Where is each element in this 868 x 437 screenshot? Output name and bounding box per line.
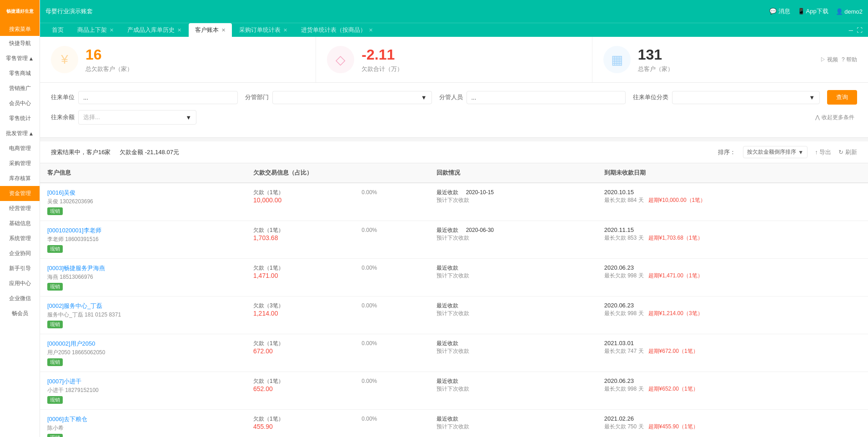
customer-tag: 现销 bbox=[47, 321, 63, 328]
total-customers-label: 总客户（家） bbox=[638, 65, 673, 73]
dept-select[interactable]: ▼ bbox=[272, 91, 432, 104]
help-btn[interactable]: ? 帮助 bbox=[842, 56, 857, 64]
tab-product-status[interactable]: 商品上下架✕ bbox=[71, 23, 120, 37]
overdue-info: 最长欠款 998 天 超期¥1,214.00（3笔） bbox=[604, 310, 861, 317]
sidebar-item-member[interactable]: 会员中心 bbox=[0, 96, 40, 111]
close-icon[interactable]: ✕ bbox=[369, 27, 373, 33]
debt-info-cell: 欠款（1笔） 10,000.00 bbox=[246, 183, 351, 221]
sidebar-item-retail-mgmt[interactable]: 零售管理▲ bbox=[0, 51, 40, 66]
predict-collect: 预计下次收款 bbox=[437, 234, 590, 242]
filter-row-2: 往来余额 选择... ▼ ⋀ 收起更多条件 bbox=[51, 110, 857, 125]
minimize-icon[interactable]: ─ bbox=[849, 27, 853, 34]
debt-pct: 0.00% bbox=[361, 340, 377, 347]
due-date-cell: 2020.06.23 最长欠款 998 天 超期¥652.00（1笔） bbox=[597, 372, 868, 410]
debt-customers-value: 16 bbox=[85, 46, 133, 63]
tab-customer-account[interactable]: 客户账本✕ bbox=[189, 23, 232, 37]
table-row: [0016]吴俊 吴俊 13026203696 现销 欠款（1笔） 10,000… bbox=[40, 183, 868, 221]
filter-source-unit: 往来单位 ... bbox=[51, 91, 238, 104]
filter-person: 分管人员 ... bbox=[439, 91, 626, 104]
unit-class-label: 往来单位分类 bbox=[633, 93, 668, 101]
customer-name-link[interactable]: [0003]畅捷服务尹海燕 bbox=[47, 264, 239, 272]
results-bar: 搜索结果中，客户16家 欠款金额 -21,148.07元 排序： 按欠款金额倒序… bbox=[40, 141, 868, 163]
refresh-btn[interactable]: ↻ 刷新 bbox=[838, 148, 857, 156]
sidebar-item-capital-mgmt[interactable]: 资金管理 bbox=[0, 186, 40, 201]
recent-collect: 最近收款 bbox=[437, 377, 590, 385]
sidebar-item-marketing[interactable]: 营销推广 bbox=[0, 81, 40, 96]
customer-name-link[interactable]: [0001020001]李老师 bbox=[47, 226, 239, 235]
overdue-amount: 超期¥10,000.00（1笔） bbox=[648, 197, 706, 203]
sidebar-item-basic-info[interactable]: 基础信息 bbox=[0, 216, 40, 231]
due-date-value: 2021.03.01 bbox=[604, 340, 861, 347]
video-btn[interactable]: ▷ 视频 bbox=[820, 56, 838, 64]
sidebar-item-app-center[interactable]: 应用中心 bbox=[0, 276, 40, 291]
debt-info-cell: 欠款（1笔） 1,703.68 bbox=[246, 221, 351, 259]
sidebar-item-ecom-mgmt[interactable]: 电商管理 bbox=[0, 141, 40, 156]
app-download-icon[interactable]: 📱 App下载 bbox=[798, 7, 828, 15]
overdue-amount: 超期¥455.90（1笔） bbox=[648, 423, 698, 430]
overdue-amount: 超期¥1,471.00（1笔） bbox=[648, 272, 703, 279]
sidebar-item-ops-mgmt[interactable]: 经营管理 bbox=[0, 201, 40, 216]
sidebar-item-purchase-mgmt[interactable]: 采购管理 bbox=[0, 156, 40, 171]
search-button[interactable]: 查询 bbox=[827, 90, 857, 105]
app-logo: 畅捷通好生意 bbox=[0, 0, 40, 23]
tab-inventory-history[interactable]: 产成品入库单历史✕ bbox=[121, 23, 188, 37]
due-date-cell: 2020.11.15 最长欠款 853 天 超期¥1,703.68（1笔） bbox=[597, 221, 868, 259]
debt-info-cell: 欠款（3笔） 1,214.00 bbox=[246, 296, 351, 334]
person-input[interactable]: ... bbox=[467, 91, 626, 104]
sidebar: 畅捷通好生意 搜索菜单 快捷导航 零售管理▲ 零售商城 营销推广 会员中心 零售… bbox=[0, 0, 40, 437]
debt-pct-cell: 0.00% bbox=[351, 410, 429, 437]
balance-select[interactable]: 选择... ▼ bbox=[78, 110, 196, 125]
sidebar-item-sys-mgmt[interactable]: 系统管理 bbox=[0, 231, 40, 246]
customer-name-link[interactable]: [0002]服务中心_丁磊 bbox=[47, 302, 239, 310]
sidebar-item-corp-wechat[interactable]: 企业微信 bbox=[0, 291, 40, 306]
debt-amount: 10,000.00 bbox=[253, 196, 343, 204]
stat-total-debt: ◇ -2.11 欠款合计（万） bbox=[316, 37, 592, 82]
customer-tag: 现销 bbox=[47, 434, 63, 437]
stats-row: ¥ 16 总欠款客户（家） ◇ -2.11 欠款合计（万） ▦ 131 总客户（… bbox=[40, 37, 868, 83]
close-icon[interactable]: ✕ bbox=[110, 27, 114, 33]
total-debt-label: 欠款合计（万） bbox=[361, 65, 403, 73]
sidebar-item-new-guide[interactable]: 新手引导 bbox=[0, 261, 40, 276]
collapse-button[interactable]: ⋀ 收起更多条件 bbox=[813, 111, 857, 124]
sidebar-item-quick-nav[interactable]: 快捷导航 bbox=[0, 36, 40, 51]
tab-inbound-stats[interactable]: 进货单统计表（按商品）✕ bbox=[295, 23, 379, 37]
message-icon[interactable]: 💬 消息 bbox=[769, 7, 790, 15]
overdue-amount: 超期¥652.00（1笔） bbox=[648, 386, 698, 392]
customer-name-link[interactable]: [0016]吴俊 bbox=[47, 189, 239, 197]
tab-home[interactable]: 首页 bbox=[45, 23, 70, 37]
unit-class-select[interactable]: ▼ bbox=[672, 91, 820, 104]
source-unit-input[interactable]: ... bbox=[78, 91, 238, 104]
due-date-cell: 2020.10.15 最长欠款 884 天 超期¥10,000.00（1笔） bbox=[597, 183, 868, 221]
filter-dept: 分管部门 ▼ bbox=[245, 91, 432, 104]
close-icon[interactable]: ✕ bbox=[221, 27, 226, 33]
stat-debt-customers-content: 16 总欠款客户（家） bbox=[85, 46, 133, 73]
customer-name-link[interactable]: [0007]小进干 bbox=[47, 377, 239, 386]
user-avatar[interactable]: 👤 demo2 bbox=[836, 8, 863, 15]
close-icon[interactable]: ✕ bbox=[283, 27, 287, 33]
customer-info-cell: [0002]服务中心_丁磊 服务中心_丁磊 181 0125 8371 现销 bbox=[40, 296, 246, 334]
sidebar-item-retail-mall[interactable]: 零售商城 bbox=[0, 66, 40, 81]
tab-purchase-stats[interactable]: 采购订单统计表✕ bbox=[233, 23, 294, 37]
close-icon[interactable]: ✕ bbox=[177, 27, 181, 33]
results-info: 搜索结果中，客户16家 欠款金额 -21,148.07元 bbox=[51, 148, 179, 156]
sidebar-item-member-plus[interactable]: 畅会员 bbox=[0, 306, 40, 321]
sidebar-item-retail-stats[interactable]: 零售统计 bbox=[0, 111, 40, 126]
predict-collect: 预计下次收款 bbox=[437, 385, 590, 393]
export-btn[interactable]: ↑ 导出 bbox=[815, 148, 831, 156]
sort-select[interactable]: 按欠款金额倒序排序 ▼ bbox=[743, 146, 808, 158]
customer-name-link[interactable]: [0006]去下粮仓 bbox=[47, 415, 239, 423]
filter-unit-class: 往来单位分类 ▼ bbox=[633, 91, 820, 104]
customer-name-link[interactable]: [000002]用户2050 bbox=[47, 340, 239, 348]
sidebar-item-inventory[interactable]: 库存核算 bbox=[0, 171, 40, 186]
sidebar-search[interactable]: 搜索菜单 bbox=[0, 23, 40, 36]
customer-info-cell: [0006]去下粮仓 陈小希 现销 bbox=[40, 410, 246, 437]
col-due-date: 到期未收款日期 bbox=[597, 163, 868, 183]
recent-collect: 最近收款 2020-10-15 bbox=[437, 189, 590, 196]
customer-info-cell: [0001020001]李老师 李老师 18600391516 现销 bbox=[40, 221, 246, 259]
recent-collect: 最近收款 bbox=[437, 415, 590, 423]
recent-collect: 最近收款 2020-06-30 bbox=[437, 226, 590, 234]
due-date-value: 2020.06.23 bbox=[604, 264, 861, 271]
maximize-icon[interactable]: ⛶ bbox=[857, 27, 863, 34]
sidebar-item-corp-collab[interactable]: 企业协同 bbox=[0, 246, 40, 261]
sidebar-item-batch-mgmt[interactable]: 批发管理▲ bbox=[0, 126, 40, 141]
